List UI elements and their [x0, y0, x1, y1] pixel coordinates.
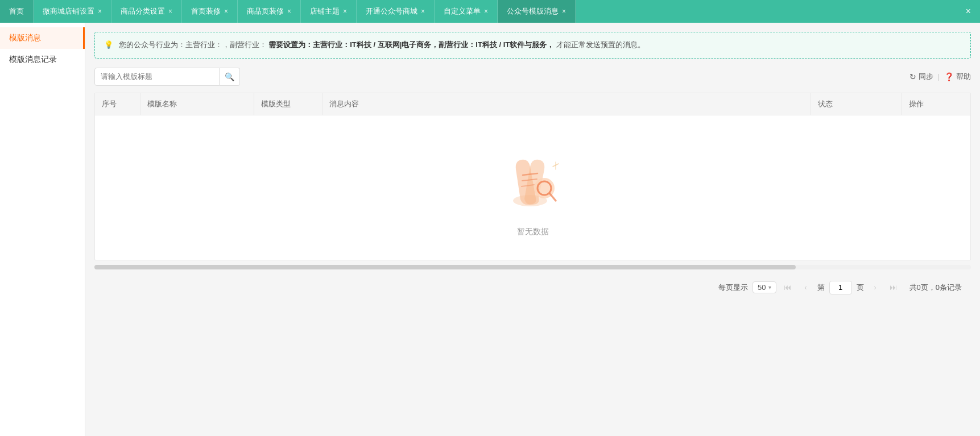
sidebar-item-template-message-log-label: 模版消息记录 [9, 55, 57, 64]
per-page-dropdown-icon: ▾ [768, 284, 771, 290]
total-info: 共0页，0条记录 [909, 283, 962, 293]
search-bar: 🔍 ↻ 同步 | ❓ 帮助 [94, 68, 971, 86]
help-icon: ❓ [944, 72, 954, 81]
empty-text: 暂无数据 [517, 227, 549, 237]
tab-store-settings-close[interactable]: × [98, 8, 102, 15]
help-button[interactable]: ❓ 帮助 [944, 72, 971, 82]
scrollbar-thumb [94, 265, 796, 269]
tab-store-theme[interactable]: 店铺主题 × [301, 0, 357, 23]
tab-product-decoration-close[interactable]: × [287, 8, 291, 15]
page-prev-button[interactable]: ‹ [799, 281, 813, 294]
top-nav: 首页 微商城店铺设置 × 商品分类设置 × 首页装修 × 商品页装修 × 店铺主… [0, 0, 980, 23]
column-index: 序号 [95, 93, 140, 115]
search-right: ↻ 同步 | ❓ 帮助 [909, 72, 971, 82]
notice-banner: 💡 您的公众号行业为：主营行业：，副营行业： 需要设置为：主营行业：IT科技 /… [94, 32, 971, 59]
notice-highlight: 需要设置为：主营行业：IT科技 / 互联网|电子商务，副营行业：IT科技 / I… [268, 40, 554, 49]
table-header: 序号 模版名称 模版类型 消息内容 状态 操作 [95, 93, 970, 115]
tab-homepage-decoration-close[interactable]: × [224, 8, 228, 15]
tab-product-decoration-label: 商品页装修 [247, 6, 284, 16]
help-label: 帮助 [956, 72, 971, 82]
sync-button[interactable]: ↻ 同步 [909, 72, 933, 82]
tab-home-label: 首页 [9, 6, 24, 16]
per-page-label: 每页显示 [718, 283, 748, 293]
column-content: 消息内容 [322, 93, 811, 115]
sidebar-item-template-message-log[interactable]: 模版消息记录 [0, 49, 85, 70]
page-first-button[interactable]: ⏮ [781, 281, 795, 294]
page-next-button[interactable]: › [869, 281, 882, 294]
tab-store-theme-label: 店铺主题 [310, 6, 340, 16]
tab-custom-menu-label: 自定义菜单 [444, 6, 481, 16]
empty-illustration [499, 150, 567, 218]
page-suffix: 页 [857, 283, 864, 293]
page-label: 第 [817, 283, 825, 293]
tab-open-mall-close[interactable]: × [421, 8, 425, 15]
search-button[interactable]: 🔍 [220, 68, 240, 86]
svg-line-6 [550, 194, 556, 201]
per-page-value: 50 [758, 283, 766, 292]
main-layout: 模版消息 模版消息记录 💡 您的公众号行业为：主营行业：，副营行业： 需要设置为… [0, 23, 980, 436]
tab-open-mall[interactable]: 开通公众号商城 × [357, 0, 435, 23]
column-status: 状态 [811, 93, 902, 115]
tab-store-settings[interactable]: 微商城店铺设置 × [34, 0, 111, 23]
column-type: 模版类型 [254, 93, 322, 115]
horizontal-scrollbar[interactable] [94, 265, 971, 269]
tab-homepage-decoration-label: 首页装修 [191, 6, 221, 16]
sync-label: 同步 [919, 72, 933, 82]
page-last-button[interactable]: ⏭ [887, 281, 900, 294]
tab-homepage-decoration[interactable]: 首页装修 × [182, 0, 238, 23]
column-name: 模版名称 [140, 93, 254, 115]
notice-icon: 💡 [104, 40, 113, 49]
table-container: 序号 模版名称 模版类型 消息内容 状态 操作 [94, 93, 971, 260]
per-page-select[interactable]: 50 ▾ [752, 281, 776, 293]
tab-template-message[interactable]: 公众号模版消息 × [498, 0, 576, 23]
global-close-button[interactable]: × [957, 0, 980, 23]
tab-category-settings-label: 商品分类设置 [121, 6, 165, 16]
pagination: 每页显示 50 ▾ ⏮ ‹ 第 页 › ⏭ 共0页，0条记录 [94, 274, 971, 301]
page-input[interactable] [829, 281, 852, 294]
sidebar: 模版消息 模版消息记录 [0, 23, 85, 436]
search-input[interactable] [94, 68, 220, 86]
sync-icon: ↻ [909, 72, 916, 81]
content-area: 💡 您的公众号行业为：主营行业：，副营行业： 需要设置为：主营行业：IT科技 /… [85, 23, 980, 436]
notice-prefix: 您的公众号行业为：主营行业：，副营行业： [119, 40, 267, 49]
sidebar-item-template-message-label: 模版消息 [9, 33, 41, 42]
tab-store-settings-label: 微商城店铺设置 [43, 6, 94, 16]
tab-custom-menu[interactable]: 自定义菜单 × [435, 0, 498, 23]
tab-template-message-close[interactable]: × [562, 8, 566, 15]
tab-open-mall-label: 开通公众号商城 [366, 6, 417, 16]
divider: | [938, 72, 940, 81]
tab-product-decoration[interactable]: 商品页装修 × [238, 0, 301, 23]
notice-suffix: 才能正常发送预置的消息。 [556, 40, 645, 49]
search-icon: 🔍 [225, 72, 234, 81]
sidebar-item-template-message[interactable]: 模版消息 [0, 27, 85, 49]
tab-category-settings-close[interactable]: × [168, 8, 172, 15]
tab-custom-menu-close[interactable]: × [484, 8, 488, 15]
tab-store-theme-close[interactable]: × [343, 8, 347, 15]
search-left: 🔍 [94, 68, 240, 86]
tab-home[interactable]: 首页 [0, 0, 34, 23]
tab-template-message-label: 公众号模版消息 [507, 6, 559, 16]
empty-state: 暂无数据 [95, 115, 970, 260]
tab-category-settings[interactable]: 商品分类设置 × [111, 0, 182, 23]
column-action: 操作 [902, 93, 970, 115]
